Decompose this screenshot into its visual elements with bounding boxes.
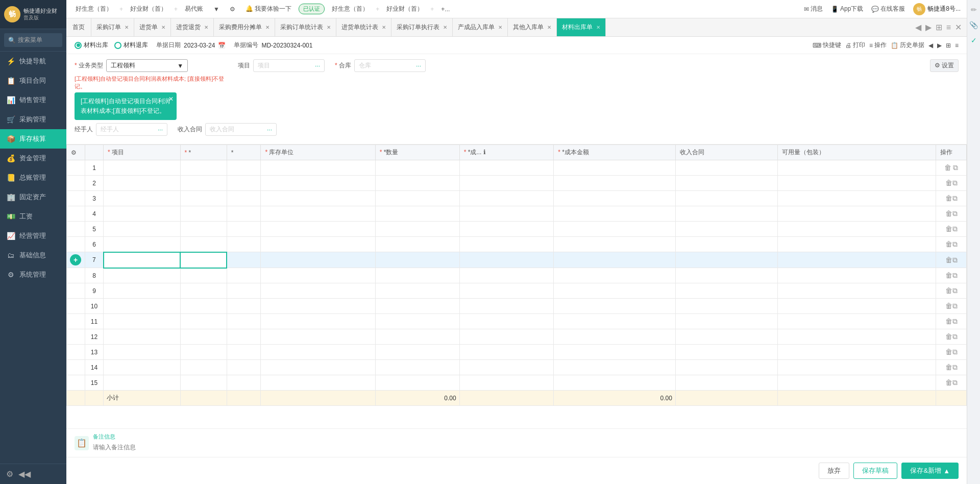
topbar-nav-good-biz[interactable]: 好生意（首） (72, 3, 115, 15)
copy-row-btn[interactable]: ⧉ (952, 209, 958, 217)
save-new-dropdown-icon[interactable]: ▲ (943, 467, 950, 475)
user-menu[interactable]: 畅 畅捷通8号... (913, 3, 961, 15)
tab-close-goods-return[interactable]: ✕ (204, 25, 208, 30)
delete-row-btn[interactable]: 🗑 (945, 332, 952, 341)
shortcut-btn[interactable]: ⌨ 快捷键 (813, 41, 841, 50)
copy-row-btn[interactable]: ⧉ (952, 302, 958, 310)
project-select-btn[interactable]: ··· (315, 62, 320, 69)
delete-row-btn[interactable]: 🗑 (945, 225, 952, 233)
copy-row-btn[interactable]: ⧉ (952, 332, 958, 341)
history-btn[interactable]: 📋 历史单据 (891, 41, 924, 50)
topbar-nav-more[interactable]: +... (438, 4, 453, 15)
topbar-nav-dropdown[interactable]: ▼ (210, 4, 223, 15)
copy-row-btn[interactable]: ⧉ (952, 194, 958, 202)
warehouse-select-btn[interactable]: ··· (416, 62, 421, 69)
topbar-trial[interactable]: 🔔 我要体验一下 (242, 3, 295, 15)
warehouse-input[interactable]: 仓库 ··· (354, 59, 426, 72)
sidebar-item-accounting[interactable]: 📒 总账管理 (0, 168, 66, 187)
tab-goods-return[interactable]: 进货退货 ✕ (171, 18, 214, 37)
right-panel-edit-icon[interactable]: ✏ (968, 4, 979, 15)
delete-row-btn[interactable]: 🗑 (945, 363, 952, 371)
tab-product-stock[interactable]: 产成品入库单 ✕ (453, 18, 508, 37)
tab-close-other-receipt[interactable]: ✕ (547, 25, 551, 30)
print-btn[interactable]: 🖨 打印 (845, 41, 865, 50)
tab-purchase-execution[interactable]: 采购订单执行表 ✕ (391, 18, 453, 37)
sidebar-item-basic[interactable]: 🗂 基础信息 (0, 246, 66, 265)
tab-close-goods-receipt[interactable]: ✕ (161, 25, 165, 30)
calendar-icon[interactable]: 📅 (218, 42, 226, 49)
tab-close-purchase-execution[interactable]: ✕ (443, 25, 447, 30)
tab-purchase-order[interactable]: 采购订单 ✕ (91, 18, 134, 37)
view-toggle-2[interactable]: ≡ (955, 41, 959, 50)
copy-row-btn[interactable]: ⧉ (952, 317, 958, 325)
view-toggle-1[interactable]: ⊞ (946, 41, 951, 50)
sidebar-item-purchase[interactable]: 🛒 采购管理 (0, 110, 66, 129)
copy-row-btn[interactable]: ⧉ (952, 179, 958, 187)
copy-row-btn[interactable]: ⧉ (952, 286, 958, 295)
copy-row-btn[interactable]: ⧉ (952, 378, 958, 386)
form-settings-btn[interactable]: ⚙ 设置 (930, 59, 959, 72)
delete-row-btn[interactable]: 🗑 (945, 209, 952, 217)
tab-close-all-icon[interactable]: ✕ (954, 21, 963, 33)
delete-row-btn[interactable]: 🗑 (945, 240, 952, 248)
sidebar-item-inventory[interactable]: 📦 库存核算 (0, 129, 66, 149)
sidebar-item-operations[interactable]: 📈 经营管理 (0, 226, 66, 246)
business-type-input[interactable]: 工程领料 ▼ (106, 59, 188, 72)
sidebar-item-system[interactable]: ⚙ 系统管理 (0, 265, 66, 284)
save-new-button[interactable]: 保存&新增 ▲ (901, 463, 959, 479)
discard-button[interactable]: 放弃 (819, 463, 849, 479)
doc-date-value[interactable]: 2023-03-24 (184, 42, 215, 49)
delete-row-btn[interactable]: 🗑 (945, 179, 952, 187)
topbar-settings-icon[interactable]: ⚙ (227, 4, 238, 15)
copy-row-btn[interactable]: ⧉ (952, 363, 958, 371)
copy-row-btn[interactable]: ⧉ (952, 256, 958, 264)
delete-row-btn[interactable]: 🗑 (945, 317, 952, 325)
settings-bottom-icon[interactable]: ⚙ (6, 469, 13, 479)
tab-close-material-out[interactable]: ✕ (596, 25, 600, 30)
copy-row-btn[interactable]: ⧉ (953, 163, 958, 172)
copy-row-btn[interactable]: ⧉ (952, 271, 958, 279)
sidebar-item-salary[interactable]: 💵 工资 (0, 207, 66, 226)
copy-row-btn[interactable]: ⧉ (952, 240, 958, 248)
add-row-btn[interactable]: + (70, 254, 81, 265)
tab-grid-icon[interactable]: ⊞ (935, 21, 943, 33)
topbar-nav-biz3[interactable]: 好生意（首） (329, 3, 372, 15)
tab-close-product-stock[interactable]: ✕ (498, 25, 502, 30)
topbar-nav-biz4[interactable]: 好业财（首） (383, 3, 426, 15)
tooltip-close-btn[interactable]: ✕ (168, 94, 174, 104)
copy-row-btn[interactable]: ⧉ (952, 225, 958, 233)
message-btn[interactable]: ✉ 消息 (804, 5, 823, 13)
project-input[interactable]: 项目 ··· (253, 59, 325, 72)
tab-prev-icon[interactable]: ◀ (914, 21, 922, 33)
tab-close-purchase-expense[interactable]: ✕ (265, 25, 270, 30)
tab-purchase-stats[interactable]: 采购订单统计表 ✕ (275, 18, 336, 37)
radio-material-out[interactable]: 材料出库 (75, 41, 108, 50)
sidebar-item-project[interactable]: 📋 项目合同 (0, 71, 66, 90)
sidebar-item-fixed-assets[interactable]: 🏢 固定资产 (0, 187, 66, 207)
copy-row-btn[interactable]: ⧉ (952, 348, 958, 356)
tab-list-icon[interactable]: ≡ (945, 22, 952, 33)
radio-material-return[interactable]: 材料退库 (114, 41, 148, 50)
next-record-btn[interactable]: ▶ (937, 41, 942, 50)
tab-other-receipt[interactable]: 其他入库单 ✕ (508, 18, 557, 37)
th-settings[interactable]: ⚙ (67, 145, 85, 160)
delete-row-btn[interactable]: 🗑 (945, 194, 952, 202)
tab-goods-receipt[interactable]: 进货单 ✕ (134, 18, 171, 37)
sidebar-item-sales[interactable]: 📊 销售管理 (0, 90, 66, 110)
delete-row-btn[interactable]: 🗑 (945, 271, 952, 279)
delete-row-btn[interactable]: 🗑 (944, 163, 951, 172)
tab-close-purchase-stats[interactable]: ✕ (327, 25, 331, 30)
note-input[interactable] (93, 442, 399, 453)
tab-next-icon[interactable]: ▶ (924, 21, 933, 33)
tab-goods-receipt-stats[interactable]: 进货单统计表 ✕ (336, 18, 391, 37)
tab-home[interactable]: 首页 (66, 18, 91, 37)
tab-close-goods-receipt-stats[interactable]: ✕ (382, 25, 386, 30)
delete-row-btn[interactable]: 🗑 (945, 378, 952, 386)
tab-close-purchase-order[interactable]: ✕ (125, 25, 129, 30)
tab-material-out[interactable]: 材料出库单 ✕ (557, 18, 606, 37)
tab-purchase-expense[interactable]: 采购费用分摊单 ✕ (214, 18, 275, 37)
prev-record-btn[interactable]: ◀ (928, 41, 933, 50)
income-contract-select-btn[interactable]: ··· (267, 126, 272, 133)
online-service-btn[interactable]: 💬 在线客服 (871, 5, 905, 13)
topbar-nav-agent[interactable]: 易代账 (182, 3, 206, 15)
